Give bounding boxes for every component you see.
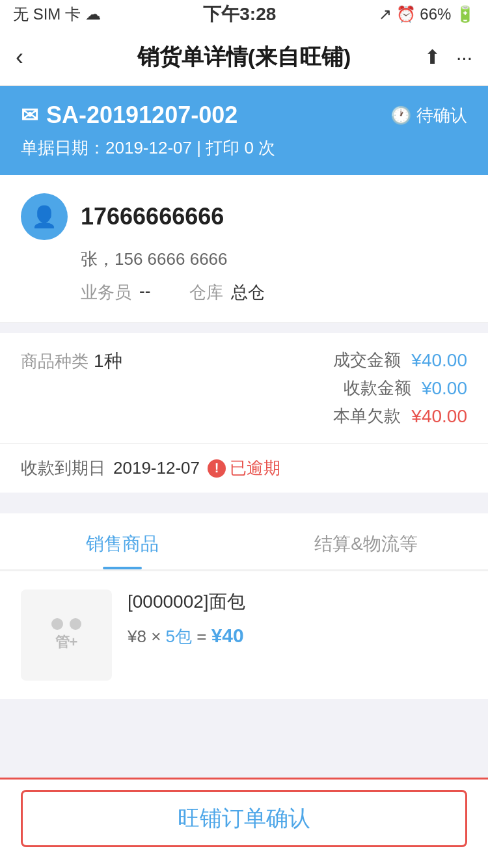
product-image: 管+ (21, 590, 112, 681)
confirm-order-button[interactable]: 旺铺订单确认 (21, 790, 467, 847)
page-title: 销货单详情(来自旺铺) (137, 42, 351, 72)
customer-info: 张，156 6666 6666 (21, 248, 467, 271)
product-logo: 管+ (51, 618, 81, 652)
product-info: [0000002]面包 ¥8 × 5包 = ¥40 (128, 590, 467, 681)
status-bar: 无 SIM 卡 ☁ 下午3:28 ↗ ⏰ 66% 🔋 (0, 0, 488, 29)
summary-section: 商品种类 1种 成交金额 ¥40.00 收款金额 ¥0.00 本单欠款 ¥40.… (0, 333, 488, 443)
owl-brand: 管+ (55, 632, 78, 652)
status-left: 无 SIM 卡 ☁ (13, 4, 101, 25)
order-date: 单据日期：2019-12-07 | 打印 0 次 (21, 137, 467, 159)
order-header-banner: ✉ SA-20191207-002 🕐 待确认 单据日期：2019-12-07 … (0, 86, 488, 175)
warehouse-label: 仓库 (189, 281, 223, 304)
order-status: 🕐 待确认 (390, 104, 467, 127)
product-qty: 5包 (166, 627, 192, 646)
product-total: ¥40 (211, 625, 244, 646)
status-time: 下午3:28 (203, 2, 276, 27)
divider-1 (0, 323, 488, 333)
amount-value-0: ¥40.00 (411, 350, 467, 371)
amount-item-1: 收款金额 ¥0.00 (344, 377, 467, 400)
sim-status: 无 SIM 卡 ☁ (13, 4, 101, 25)
order-icon: ✉ (21, 103, 38, 128)
tabs-header: 销售商品 结算&物流等 (0, 513, 488, 571)
nav-actions: ⬆ ··· (424, 46, 472, 68)
overdue-text: 已逾期 (230, 457, 280, 480)
owl-eye-right (70, 618, 81, 630)
type-label: 商品种类 (21, 350, 88, 373)
customer-section: 👤 17666666666 张，156 6666 6666 业务员 -- 仓库 … (0, 175, 488, 323)
tab-settlement[interactable]: 结算&物流等 (244, 513, 488, 569)
back-button[interactable]: ‹ (16, 37, 34, 77)
share-button[interactable]: ⬆ (424, 46, 441, 68)
product-name: [0000002]面包 (128, 590, 467, 614)
summary-left: 商品种类 1种 (21, 349, 122, 373)
customer-top: 👤 17666666666 (21, 193, 467, 240)
bottom-bar: 旺铺订单确认 (0, 778, 488, 868)
summary-right: 成交金额 ¥40.00 收款金额 ¥0.00 本单欠款 ¥40.00 (333, 349, 467, 427)
more-button[interactable]: ··· (456, 46, 472, 68)
tabs-section: 销售商品 结算&物流等 管+ [0000002]面包 ¥8 × 5包 = ¥40 (0, 513, 488, 699)
due-section: 收款到期日 2019-12-07 ! 已逾期 (0, 443, 488, 493)
order-id: ✉ SA-20191207-002 (21, 102, 237, 129)
salesperson-value: -- (139, 281, 150, 304)
avatar: 👤 (21, 193, 68, 240)
amount-label-0: 成交金额 (333, 349, 401, 372)
amount-label-1: 收款金额 (344, 377, 411, 400)
status-right: ↗ ⏰ 66% 🔋 (379, 5, 475, 23)
customer-phone: 17666666666 (81, 203, 224, 230)
amount-label-2: 本单欠款 (333, 405, 401, 427)
nav-bar: ‹ 销货单详情(来自旺铺) ⬆ ··· (0, 29, 488, 86)
warehouse-item: 仓库 总仓 (189, 281, 265, 304)
status-clock-icon: 🕐 (390, 105, 411, 126)
customer-meta: 业务员 -- 仓库 总仓 (21, 281, 467, 304)
due-label: 收款到期日 (21, 457, 105, 480)
price-text: ¥8 × (128, 627, 166, 646)
battery-status: ↗ ⏰ 66% 🔋 (379, 5, 475, 23)
amount-item-0: 成交金额 ¥40.00 (333, 349, 467, 372)
product-price: ¥8 × 5包 = ¥40 (128, 625, 467, 648)
tab-sales-product[interactable]: 销售商品 (0, 513, 244, 569)
type-value: 1种 (94, 349, 122, 373)
product-item: 管+ [0000002]面包 ¥8 × 5包 = ¥40 (0, 571, 488, 699)
equals-text: = (192, 627, 211, 646)
overdue-icon: ! (208, 459, 226, 478)
salesperson-item: 业务员 -- (81, 281, 150, 304)
overdue-badge: ! 已逾期 (208, 457, 280, 480)
salesperson-label: 业务员 (81, 281, 131, 304)
warehouse-value: 总仓 (231, 281, 265, 304)
due-date: 2019-12-07 (113, 458, 200, 478)
summary-row: 商品种类 1种 成交金额 ¥40.00 收款金额 ¥0.00 本单欠款 ¥40.… (21, 349, 467, 427)
divider-2 (0, 493, 488, 503)
avatar-icon: 👤 (31, 204, 57, 229)
amount-value-2: ¥40.00 (411, 406, 467, 427)
owl-eyes (51, 618, 81, 630)
order-header-top: ✉ SA-20191207-002 🕐 待确认 (21, 102, 467, 129)
owl-eye-left (51, 618, 63, 630)
amount-item-2: 本单欠款 ¥40.00 (333, 405, 467, 427)
amount-value-1: ¥0.00 (422, 378, 467, 399)
